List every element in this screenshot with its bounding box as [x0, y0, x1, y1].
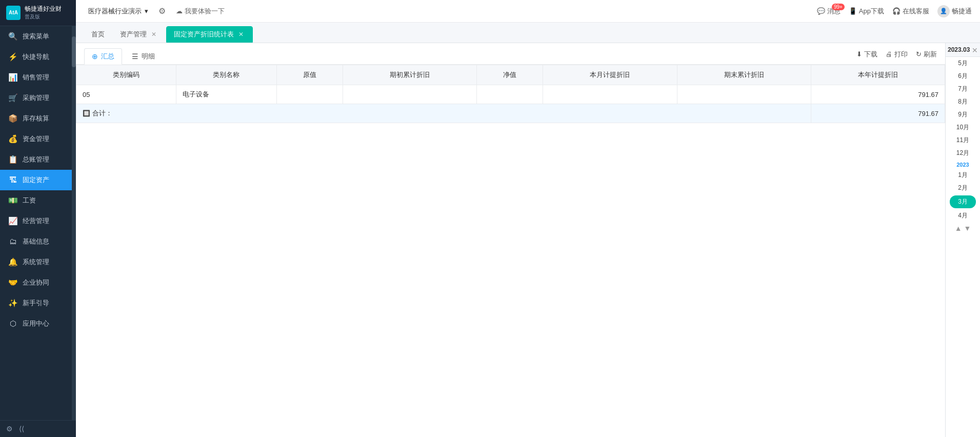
experience-btn[interactable]: ☁ 我要体验一下	[176, 7, 225, 16]
sidebar-label-app_center: 应用中心	[23, 319, 49, 328]
app-download-btn[interactable]: 📱 App下载	[849, 7, 884, 16]
download-label: 下载	[864, 50, 877, 59]
sidebar-nav: 🔍搜索菜单⚡快捷导航📊销售管理🛒采购管理📦库存核算💰资金管理📋总账管理🏗固定资产…	[0, 26, 72, 420]
date-month-item[interactable]: 12月	[946, 147, 980, 160]
cloud-icon: ☁	[176, 7, 183, 15]
sidebar-icon-finance: 💰	[8, 134, 17, 144]
sidebar-item-purchase[interactable]: 🛒采购管理	[0, 88, 72, 108]
download-btn[interactable]: ⬇ 下载	[856, 50, 877, 59]
collapse-icon[interactable]: ⟨⟨	[19, 425, 24, 433]
subtotal-label: 🔲合计：	[76, 104, 811, 123]
company-dropdown-icon: ▾	[145, 7, 148, 15]
tab-depreciation[interactable]: 固定资产折旧统计表 ✕	[166, 26, 253, 43]
sidebar-label-inventory: 库存核算	[23, 114, 49, 123]
subtotal-icon: 🔲	[83, 110, 90, 117]
sidebar-item-enterprise[interactable]: 🤝企业协同	[0, 272, 72, 293]
sidebar-icon-system: 🔔	[8, 257, 17, 267]
date-month-item[interactable]: 1月	[946, 169, 980, 182]
sidebar-label-search: 搜索菜单	[23, 32, 49, 41]
messages-btn[interactable]: 💬 消息 99+	[817, 7, 841, 16]
refresh-btn[interactable]: ↻ 刷新	[916, 50, 937, 59]
sidebar-item-guide[interactable]: ✨新手引导	[0, 293, 72, 313]
sidebar-icon-fixed_assets: 🏗	[8, 175, 17, 184]
sidebar-item-basic_info[interactable]: 🗂基础信息	[0, 231, 72, 252]
sidebar-item-inventory[interactable]: 📦库存核算	[0, 108, 72, 129]
refresh-icon: ↻	[916, 50, 922, 58]
date-next-icon[interactable]: ▼	[964, 224, 971, 232]
date-month-item[interactable]: 3月	[950, 195, 976, 208]
date-prev-icon[interactable]: ▲	[955, 224, 962, 232]
sidebar-item-ledger[interactable]: 📋总账管理	[0, 149, 72, 170]
sidebar-item-payroll[interactable]: 💵工资	[0, 190, 72, 211]
sidebar-icon-payroll: 💵	[8, 196, 17, 205]
tab-asset-management-label: 资产管理	[120, 30, 147, 39]
sidebar-label-basic_info: 基础信息	[23, 237, 49, 246]
subtotal-annual-dep: 791.67	[811, 104, 945, 123]
sidebar-footer-icons: ⚙ ⟨⟨	[6, 425, 24, 433]
sidebar-scrollbar[interactable]	[72, 26, 76, 420]
app-logo: AtA	[6, 6, 21, 20]
date-panel-close-icon[interactable]: ✕	[972, 46, 978, 54]
tab-detail[interactable]: ☰ 明细	[124, 48, 163, 64]
print-label: 打印	[894, 50, 908, 59]
tab-depreciation-label: 固定资产折旧统计表	[174, 30, 234, 39]
sidebar-icon-quick_nav: ⚡	[8, 52, 17, 62]
date-month-item[interactable]: 10月	[946, 121, 980, 134]
sidebar-icon-enterprise: 🤝	[8, 278, 17, 287]
sidebar-icon-search: 🔍	[8, 32, 17, 41]
cell-net-value	[477, 85, 543, 104]
experience-label: 我要体验一下	[185, 7, 225, 16]
date-month-item[interactable]: 11月	[946, 134, 980, 147]
cell-monthly-dep	[543, 85, 677, 104]
date-panel-expand-icon[interactable]: ⤢	[948, 46, 953, 53]
date-month-item[interactable]: 2月	[946, 182, 980, 194]
date-items[interactable]: 5月6月7月8月9月10月11月12月20231月2月3月4月 ▲ ▼	[946, 57, 980, 437]
depreciation-table: 类别编码 类别名称 原值 期初累计折旧 净值 本月计提折旧 期末累计折旧 本年计…	[76, 65, 945, 123]
sidebar-item-fixed_assets[interactable]: 🏗固定资产	[0, 170, 72, 190]
user-profile[interactable]: 👤 畅捷通	[937, 5, 972, 17]
col-original: 原值	[276, 65, 343, 85]
main-content: 医疗器械行业演示 ▾ ⚙ ☁ 我要体验一下 💬 消息 99+ 📱 App下载 🎧…	[76, 0, 980, 437]
tab-summary-label: 汇总	[101, 52, 114, 61]
print-btn[interactable]: 🖨 打印	[886, 50, 908, 59]
tab-asset-management-close[interactable]: ✕	[150, 30, 158, 38]
settings-icon[interactable]: ⚙	[6, 425, 13, 433]
company-selector[interactable]: 医疗器械行业演示 ▾	[84, 5, 152, 18]
sidebar-icon-ledger: 📋	[8, 155, 17, 164]
sidebar-item-app_center[interactable]: ⬡应用中心	[0, 313, 72, 334]
sidebar-item-search[interactable]: 🔍搜索菜单	[0, 26, 72, 47]
date-year-2023: 2023	[946, 160, 980, 169]
col-net-value: 净值	[477, 65, 543, 85]
tab-asset-management[interactable]: 资产管理 ✕	[113, 26, 165, 43]
sidebar-footer: ⚙ ⟨⟨	[0, 420, 76, 437]
date-month-item[interactable]: 6月	[946, 70, 980, 83]
tab-depreciation-close[interactable]: ✕	[237, 30, 245, 38]
sidebar-item-sales[interactable]: 📊销售管理	[0, 67, 72, 88]
sidebar-item-quick_nav[interactable]: ⚡快捷导航	[0, 47, 72, 67]
sidebar-icon-inventory: 📦	[8, 114, 17, 123]
sidebar-item-operations[interactable]: 📈经营管理	[0, 211, 72, 231]
phone-icon: 📱	[849, 7, 857, 15]
sidebar-label-sales: 销售管理	[23, 73, 49, 82]
summary-icon: ⊕	[92, 52, 98, 61]
sidebar-item-finance[interactable]: 💰资金管理	[0, 129, 72, 149]
message-badge: 99+	[832, 4, 845, 10]
date-month-item[interactable]: 8月	[946, 95, 980, 108]
sidebar-label-operations: 经营管理	[23, 216, 49, 226]
print-icon: 🖨	[886, 50, 892, 58]
customer-service-btn[interactable]: 🎧 在线客服	[892, 7, 929, 16]
customer-service-label: 在线客服	[903, 7, 929, 16]
toolbar-right: ⬇ 下载 🖨 打印 ↻ 刷新	[856, 50, 937, 63]
detail-icon: ☰	[132, 52, 138, 61]
topbar-settings-icon[interactable]: ⚙	[158, 6, 166, 16]
sidebar-scrollbar-thumb[interactable]	[72, 36, 76, 67]
tab-summary[interactable]: ⊕ 汇总	[84, 48, 122, 65]
date-month-item[interactable]: 7月	[946, 83, 980, 95]
tab-home[interactable]: 首页	[84, 26, 112, 43]
date-month-item[interactable]: 9月	[946, 108, 980, 121]
sidebar-item-system[interactable]: 🔔系统管理	[0, 252, 72, 272]
date-month-item[interactable]: 4月	[946, 209, 980, 222]
date-month-item[interactable]: 5月	[946, 57, 980, 70]
col-name: 类别名称	[176, 65, 276, 85]
refresh-label: 刷新	[924, 50, 937, 59]
